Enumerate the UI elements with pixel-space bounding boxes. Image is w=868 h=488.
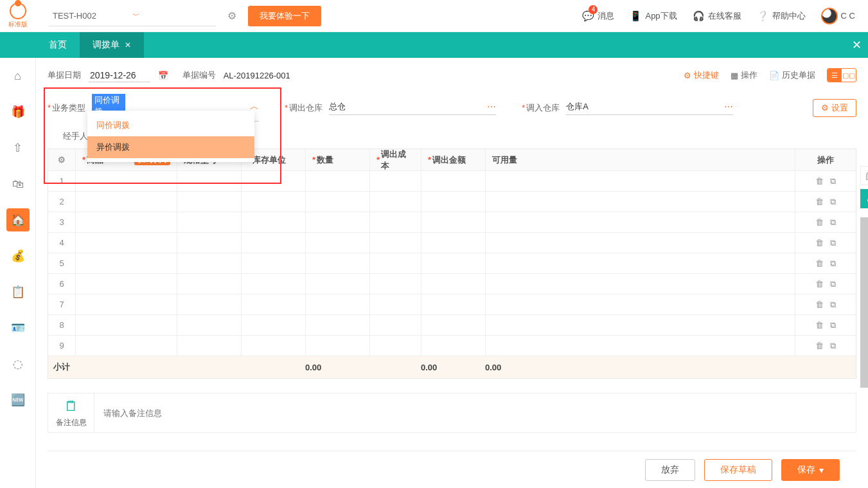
nav-gift-icon[interactable]: 🎁 [6, 100, 30, 123]
phone-icon: 📱 [630, 10, 642, 22]
in-warehouse-select[interactable]: 仓库A ⋯ [566, 101, 733, 115]
discard-button[interactable]: 放弃 [645, 459, 695, 481]
calendar-icon[interactable]: 📅 [158, 71, 168, 80]
dropdown-option-same-price[interactable]: 同价调拨 [87, 114, 254, 136]
field-row-1: *业务类型 同价调拨 ︿ 同价调拨 异价调拨 *调出仓库 总仓 ⋯ [48, 94, 856, 122]
delete-icon[interactable]: 🗑 [815, 341, 824, 350]
biztype-field: *业务类型 同价调拨 ︿ 同价调拨 异价调拨 [48, 94, 259, 122]
docno-label: 单据编号 [182, 69, 216, 81]
copy-icon[interactable]: ⧉ [830, 258, 836, 269]
msg-badge: 4 [589, 5, 598, 14]
topbar: 标准版 TEST-H002 ﹀ ⚙ 我要体验一下 💬 4 消息 📱 App下载 … [0, 0, 868, 32]
tab-transfer[interactable]: 调拨单 ✕ [80, 32, 144, 58]
doc-header: 单据日期 2019-12-26 📅 单据编号 AL-20191226-001 ⚙… [48, 68, 856, 82]
shortcut-button[interactable]: ⚙快捷键 [684, 69, 719, 81]
help-icon: ❔ [757, 10, 769, 22]
copy-icon[interactable]: ⧉ [830, 279, 836, 289]
delete-icon[interactable]: 🗑 [815, 217, 824, 227]
table-row[interactable]: 6🗑⧉ [48, 274, 856, 294]
try-button[interactable]: 我要体验一下 [248, 6, 321, 26]
float-note-icon[interactable]: 🗐 [860, 166, 868, 185]
delete-icon[interactable]: 🗑 [815, 176, 824, 186]
nav-sync-icon[interactable]: ◌ [6, 352, 30, 375]
copy-icon[interactable]: ⧉ [830, 217, 836, 228]
messages-button[interactable]: 💬 4 消息 [582, 10, 614, 22]
user-menu[interactable]: C C [821, 8, 855, 24]
table-row[interactable]: 4🗑⧉ [48, 233, 856, 253]
out-warehouse-field: *调出仓库 总仓 ⋯ [285, 101, 496, 115]
nav-home-icon[interactable]: ⌂ [6, 64, 30, 87]
ops-button[interactable]: ▦操作 [731, 69, 757, 81]
more-icon: ⋯ [487, 102, 496, 112]
history-button[interactable]: 📄历史单据 [769, 69, 815, 81]
table-row[interactable]: 5🗑⧉ [48, 253, 856, 274]
copy-icon[interactable]: ⧉ [830, 320, 836, 330]
topbar-right: 💬 4 消息 📱 App下载 🎧 在线客服 ❔ 帮助中心 C C [582, 8, 855, 24]
delete-icon[interactable]: 🗑 [815, 320, 824, 330]
delete-icon[interactable]: 🗑 [815, 197, 824, 206]
close-icon[interactable]: ✕ [125, 41, 131, 50]
remark-section: 🗒 备注信息 [48, 393, 856, 433]
remark-input[interactable] [94, 408, 856, 418]
out-warehouse-select[interactable]: 总仓 ⋯ [329, 101, 496, 115]
headset-icon: 🎧 [693, 10, 705, 22]
nav-contact-icon[interactable]: 🪪 [6, 316, 30, 339]
app-download-button[interactable]: 📱 App下载 [630, 10, 677, 22]
handler-field: 经手人 [63, 131, 88, 142]
table-row[interactable]: 7🗑⧉ [48, 294, 856, 315]
nav-warehouse-icon[interactable]: 🏠 [6, 208, 30, 231]
save-draft-button[interactable]: 保存草稿 [704, 459, 772, 481]
shop-selector[interactable]: TEST-H002 ﹀ [49, 6, 216, 26]
tabbar: 首页 调拨单 ✕ ✕ [0, 32, 868, 58]
chevron-down-icon: ﹀ [132, 10, 212, 21]
help-button[interactable]: ❔ 帮助中心 [757, 10, 806, 22]
remark-label: 🗒 备注信息 [48, 393, 94, 432]
delete-icon[interactable]: 🗑 [815, 238, 824, 248]
dropdown-option-diff-price[interactable]: 异价调拨 [87, 136, 254, 158]
table-gear-icon[interactable]: ⚙ [48, 155, 75, 165]
scrollbar[interactable] [860, 217, 868, 388]
copy-icon[interactable]: ⧉ [830, 300, 836, 310]
close-all-tabs[interactable]: ✕ [845, 32, 868, 58]
table-row[interactable]: 1🗑⧉ [48, 171, 856, 192]
float-expand-icon[interactable]: ⤢ [860, 189, 868, 208]
copy-icon[interactable]: ⧉ [830, 238, 836, 248]
date-value[interactable]: 2019-12-26 [89, 69, 150, 82]
copy-icon[interactable]: ⧉ [830, 197, 836, 207]
card-view-icon[interactable]: ▢▢ [842, 69, 856, 82]
save-button[interactable]: 保存 ▾ [781, 459, 840, 481]
settings-button[interactable]: ⚙ 设置 [813, 99, 856, 117]
list-view-icon[interactable]: ☰ [828, 69, 842, 82]
tab-home[interactable]: 首页 [36, 32, 80, 58]
table-row[interactable]: 9🗑⧉ [48, 336, 856, 356]
gear-icon[interactable]: ⚙ [227, 10, 236, 22]
copy-icon[interactable]: ⧉ [830, 341, 836, 351]
nav-bag-icon[interactable]: 🛍 [6, 172, 30, 195]
avatar [821, 8, 838, 24]
chevron-down-icon: ▾ [819, 465, 824, 475]
side-floaters: 🗐 ⤢ [860, 166, 868, 208]
footer: 放弃 保存草稿 保存 ▾ [48, 451, 856, 488]
table-subtotal: 小计 0.00 0.00 0.00 [48, 356, 856, 378]
view-toggle[interactable]: ☰ ▢▢ [827, 68, 856, 82]
nav-new-icon[interactable]: 🆕 [6, 388, 30, 411]
table-row[interactable]: 3🗑⧉ [48, 212, 856, 233]
more-icon: ⋯ [724, 102, 733, 112]
date-label: 单据日期 [48, 69, 81, 81]
delete-icon[interactable]: 🗑 [815, 258, 824, 268]
nav-house-icon[interactable]: ⇧ [6, 136, 30, 159]
table-row[interactable]: 8🗑⧉ [48, 315, 856, 336]
nav-money-icon[interactable]: 💰 [6, 244, 30, 267]
gear-icon: ⚙ [684, 71, 691, 80]
col-qty: *数量 [305, 149, 369, 170]
col-ops: 操作 [795, 149, 856, 170]
col-avail: 可用量 [485, 149, 795, 170]
table-row[interactable]: 2🗑⧉ [48, 192, 856, 212]
support-button[interactable]: 🎧 在线客服 [693, 10, 741, 22]
col-amt: *调出金额 [421, 149, 485, 170]
sidebar: ⌂ 🎁 ⇧ 🛍 🏠 💰 📋 🪪 ◌ 🆕 [0, 58, 36, 488]
nav-clipboard-icon[interactable]: 📋 [6, 280, 30, 303]
delete-icon[interactable]: 🗑 [815, 279, 824, 289]
delete-icon[interactable]: 🗑 [815, 300, 824, 309]
copy-icon[interactable]: ⧉ [830, 176, 836, 186]
